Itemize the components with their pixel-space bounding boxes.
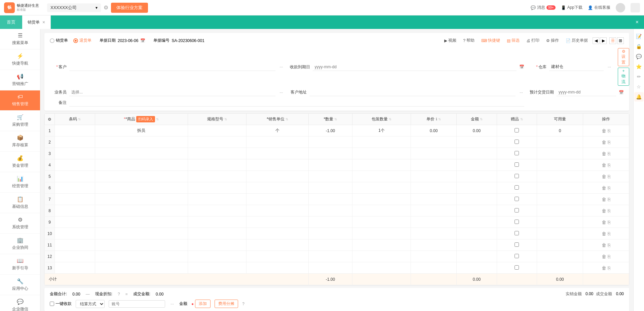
row-amount-1[interactable] — [457, 137, 497, 148]
row-barcode-1[interactable] — [55, 137, 95, 148]
row-unit-8[interactable] — [247, 217, 309, 228]
sort-price-icon[interactable]: ⇅ — [438, 117, 441, 121]
row-copy-6[interactable]: ⎘ — [608, 197, 610, 202]
row-gift-4[interactable] — [497, 171, 537, 182]
sort-amount-icon[interactable]: ⇅ — [480, 117, 483, 121]
row-gift-2[interactable] — [497, 148, 537, 159]
online-service-btn[interactable]: 👤 在线客服 — [588, 5, 610, 10]
row-price-3[interactable] — [411, 159, 457, 171]
row-amount-4[interactable] — [457, 171, 497, 182]
help-btn[interactable]: ? 帮助 — [461, 37, 477, 44]
row-qty-11[interactable] — [308, 251, 352, 262]
right-icon-star[interactable]: ⭐ — [634, 62, 644, 71]
row-gift-3[interactable] — [497, 159, 537, 171]
expected-date-input[interactable] — [557, 88, 616, 96]
sidebar-item-enterprise[interactable]: 🏢 企业协同 — [0, 234, 40, 254]
row-copy-7[interactable]: ⎘ — [608, 208, 610, 213]
row-unit-1[interactable] — [247, 137, 309, 148]
row-spec-8[interactable] — [188, 217, 246, 228]
row-copy-5[interactable]: ⎘ — [608, 185, 610, 191]
row-gift-6[interactable] — [497, 194, 537, 205]
row-qty-6[interactable] — [308, 194, 352, 205]
row-spec-9[interactable] — [188, 228, 246, 239]
right-icon-lock[interactable]: 🔒 — [634, 42, 644, 51]
row-spec-10[interactable] — [188, 239, 246, 251]
row-barcode-12[interactable] — [55, 262, 95, 274]
row-pkg-2[interactable] — [352, 148, 411, 159]
one-click-pay-checkbox[interactable]: 一键收款 — [50, 301, 72, 307]
row-product-9[interactable] — [95, 228, 188, 239]
row-delete-10[interactable]: 🗑 — [602, 242, 606, 248]
row-amount-9[interactable] — [457, 228, 497, 239]
radio-return-order[interactable]: 退货单 — [73, 38, 91, 43]
sidebar-item-marketing[interactable]: 📢 营销推广 — [0, 70, 40, 90]
row-unit-10[interactable] — [247, 239, 309, 251]
address-more-btn[interactable]: ··· — [518, 90, 524, 95]
row-price-10[interactable] — [411, 239, 457, 251]
row-price-5[interactable] — [411, 182, 457, 194]
row-pkg-6[interactable] — [352, 194, 411, 205]
row-delete-8[interactable]: 🗑 — [602, 220, 606, 225]
sidebar-item-sales[interactable]: 🏷 销售管理 — [0, 90, 40, 111]
grid-view-btn[interactable]: ⊞ — [617, 37, 624, 44]
calendar-icon[interactable]: 📅 — [140, 38, 145, 43]
one-click-pay-input[interactable] — [50, 302, 54, 306]
tab-active[interactable]: 销货单 × — [22, 15, 51, 29]
salesperson-input[interactable] — [69, 88, 275, 96]
row-barcode-8[interactable] — [55, 217, 95, 228]
row-gift-7[interactable] — [497, 205, 537, 217]
discount-info-icon[interactable]: ? — [118, 292, 120, 297]
row-unit-7[interactable] — [247, 205, 309, 217]
row-copy-2[interactable]: ⎘ — [608, 151, 610, 156]
row-delete-3[interactable]: 🗑 — [602, 162, 606, 168]
row-product-11[interactable] — [95, 251, 188, 262]
row-qty-12[interactable] — [308, 262, 352, 274]
row-barcode-3[interactable] — [55, 159, 95, 171]
right-icon-chat[interactable]: 💬 — [634, 52, 644, 61]
row-copy-0[interactable]: ⎘ — [608, 128, 610, 133]
right-icon-note[interactable]: 📝 — [634, 32, 644, 41]
row-delete-5[interactable]: 🗑 — [602, 185, 606, 191]
row-gift-12[interactable] — [497, 262, 537, 274]
sidebar-item-finance[interactable]: 💰 资金管理 — [0, 152, 40, 172]
sidebar-item-shortcuts[interactable]: ⚡ 快捷导航 — [0, 49, 40, 70]
row-product-10[interactable] — [95, 239, 188, 251]
row-spec-11[interactable] — [188, 251, 246, 262]
row-amount-12[interactable] — [457, 262, 497, 274]
row-barcode-6[interactable] — [55, 194, 95, 205]
row-unit-9[interactable] — [247, 228, 309, 239]
row-barcode-2[interactable] — [55, 148, 95, 159]
user-menu[interactable] — [631, 3, 640, 12]
row-product-7[interactable] — [95, 205, 188, 217]
sort-barcode-icon[interactable]: ⇅ — [78, 117, 81, 121]
filter-btn[interactable]: ▤ 筛选 — [505, 37, 522, 44]
payment-date-input[interactable] — [313, 63, 517, 71]
row-gift-10[interactable] — [497, 239, 537, 251]
sort-pkg-icon[interactable]: ⇅ — [389, 117, 391, 121]
customer-input[interactable] — [69, 63, 275, 71]
gear-icon[interactable]: ⚙ — [104, 4, 108, 11]
row-copy-4[interactable]: ⎘ — [608, 174, 610, 179]
warehouse-input[interactable] — [549, 63, 604, 71]
row-qty-0[interactable]: -1.00 — [308, 125, 352, 137]
sidebar-item-wechat[interactable]: 💬 企业微信 — [0, 295, 40, 311]
row-unit-2[interactable] — [247, 148, 309, 159]
history-btn[interactable]: 📄 历史单据 — [564, 37, 590, 44]
row-price-12[interactable] — [411, 262, 457, 274]
sort-unit-icon[interactable]: ⇅ — [286, 117, 288, 121]
message-btn[interactable]: 💬 消息 99+ — [531, 5, 556, 10]
payment-cal-icon[interactable]: 📅 — [519, 65, 524, 69]
row-gift-0[interactable] — [497, 125, 537, 137]
row-gift-11[interactable] — [497, 251, 537, 262]
expense-button[interactable]: 费用分摊 — [215, 300, 238, 308]
sort-qty-icon[interactable]: ⇅ — [334, 117, 337, 121]
row-pkg-5[interactable] — [352, 182, 411, 194]
row-copy-11[interactable]: ⎘ — [608, 254, 610, 259]
row-pkg-0[interactable]: 1个 — [352, 125, 411, 137]
row-amount-11[interactable] — [457, 251, 497, 262]
row-barcode-7[interactable] — [55, 205, 95, 217]
row-price-1[interactable] — [411, 137, 457, 148]
settings-button[interactable]: ⚙ 设置 — [618, 48, 629, 66]
sidebar-item-purchase[interactable]: 🛒 采购管理 — [0, 111, 40, 131]
warehouse-more-btn[interactable]: ··· — [606, 65, 612, 69]
